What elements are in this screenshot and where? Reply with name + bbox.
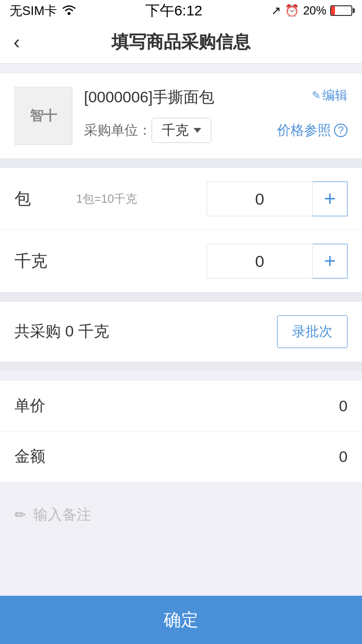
status-left: 无SIM卡 bbox=[10, 2, 76, 19]
unit-price-row: 单价 0 bbox=[0, 381, 362, 432]
bag-plus-button[interactable]: + bbox=[313, 182, 348, 216]
sim-signal: 无SIM卡 bbox=[10, 2, 57, 19]
separator-2 bbox=[0, 292, 362, 302]
svg-point-0 bbox=[68, 12, 70, 15]
status-time: 下午6:12 bbox=[145, 1, 202, 21]
bag-label: 包 bbox=[14, 188, 72, 210]
status-bar: 无SIM卡 下午6:12 ↗ ⏰ 20% bbox=[0, 0, 362, 21]
price-section: 单价 0 金额 0 bbox=[0, 381, 362, 482]
total-text: 共采购 0 千克 bbox=[14, 321, 109, 342]
page-title: 填写商品采购信息 bbox=[111, 30, 251, 54]
unit-label: 采购单位： bbox=[84, 121, 152, 140]
kg-plus-button[interactable]: + bbox=[313, 244, 348, 279]
product-info: [0000006]手撕面包 采购单位： 千克 价格参照 ? bbox=[84, 87, 348, 143]
kg-label: 千克 bbox=[14, 250, 72, 272]
wifi-icon bbox=[62, 3, 76, 18]
input-section: 包 1包=10千克 + 千克 + bbox=[0, 168, 362, 292]
kg-input-row: 千克 + bbox=[0, 230, 362, 292]
nav-bar: ‹ 填写商品采购信息 bbox=[0, 21, 362, 64]
product-image: 智十 bbox=[14, 87, 72, 145]
kg-input[interactable] bbox=[207, 244, 313, 279]
kg-input-right: + bbox=[207, 244, 348, 279]
confirm-button[interactable]: 确定 bbox=[0, 596, 362, 644]
bag-input-right: + bbox=[207, 182, 348, 216]
bag-input-row: 包 1包=10千克 + bbox=[0, 168, 362, 230]
pencil-icon: ✏ bbox=[14, 507, 26, 523]
battery-percent: 20% bbox=[303, 4, 326, 17]
separator-1 bbox=[0, 158, 362, 168]
amount-row: 金额 0 bbox=[0, 432, 362, 482]
amount-value: 0 bbox=[339, 448, 348, 466]
edit-button[interactable]: ✎ 编辑 bbox=[312, 87, 348, 104]
amount-label: 金额 bbox=[14, 446, 45, 467]
notes-section[interactable]: ✏ 输入备注 bbox=[0, 491, 362, 538]
notes-placeholder: 输入备注 bbox=[33, 505, 91, 525]
price-ref-button[interactable]: 价格参照 ? bbox=[277, 121, 348, 140]
help-icon[interactable]: ? bbox=[334, 124, 348, 137]
status-right: ↗ ⏰ 20% bbox=[271, 4, 352, 17]
separator-3 bbox=[0, 362, 362, 371]
unit-price-value: 0 bbox=[339, 397, 348, 415]
unit-dropdown[interactable]: 千克 bbox=[152, 118, 211, 143]
alarm-icon: ⏰ bbox=[285, 4, 299, 17]
bag-input[interactable] bbox=[207, 182, 313, 216]
bag-sublabel: 1包=10千克 bbox=[76, 191, 207, 207]
product-name: [0000006]手撕面包 bbox=[84, 87, 348, 108]
total-row: 共采购 0 千克 录批次 bbox=[0, 302, 362, 362]
location-icon: ↗ bbox=[271, 4, 281, 17]
batch-button[interactable]: 录批次 bbox=[277, 315, 348, 348]
unit-price-label: 单价 bbox=[14, 395, 45, 417]
back-button[interactable]: ‹ bbox=[14, 31, 20, 53]
product-card: 智十 [0000006]手撕面包 采购单位： 千克 价格参照 ? ✎ bbox=[0, 73, 362, 158]
battery-icon bbox=[330, 5, 352, 16]
